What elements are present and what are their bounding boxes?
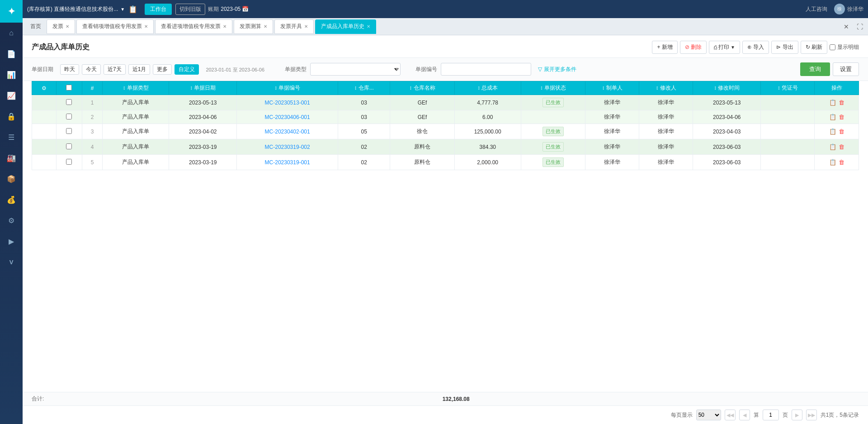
col-warehouse-code[interactable]: ↕ 仓库...: [338, 81, 390, 95]
date-custom-btn[interactable]: 自定义: [175, 64, 199, 75]
col-modifier[interactable]: ↕ 修改人: [639, 81, 693, 95]
delete-icon[interactable]: 🗑: [839, 114, 844, 120]
query-button[interactable]: 查询: [800, 62, 830, 76]
date-yesterday-btn[interactable]: 昨天: [60, 64, 79, 75]
row-checkbox[interactable]: [56, 124, 82, 139]
close-all-button[interactable]: ✕: [841, 22, 852, 32]
row-settings-icon[interactable]: [32, 139, 57, 155]
page-prev-btn[interactable]: ◀: [739, 410, 750, 420]
row-settings-icon[interactable]: [32, 124, 57, 139]
delete-icon[interactable]: 🗑: [839, 128, 844, 135]
col-settings[interactable]: ⚙: [32, 81, 57, 95]
status-badge: 已生效: [542, 98, 564, 107]
page-first-btn[interactable]: ◀◀: [725, 410, 736, 420]
sidebar-item-product[interactable]: 📦: [0, 168, 23, 189]
tab-input-vat-close[interactable]: ✕: [223, 24, 226, 29]
tab-invoice[interactable]: 发票 ✕: [47, 19, 75, 34]
row-number[interactable]: MC-20230402-001: [237, 124, 338, 139]
row-checkbox[interactable]: [56, 110, 82, 124]
edit-icon[interactable]: 📋: [829, 114, 836, 120]
fullscreen-button[interactable]: ⛶: [854, 22, 866, 32]
delete-icon[interactable]: 🗑: [839, 159, 844, 166]
row-checkbox[interactable]: [56, 139, 82, 155]
export-button[interactable]: ⊳ 导出: [771, 41, 798, 54]
tab-invoice-issue-close[interactable]: ✕: [304, 24, 308, 29]
tab-home[interactable]: 首页: [25, 19, 47, 34]
new-button[interactable]: + 新增: [652, 41, 677, 54]
col-number[interactable]: ↕ 单据编号: [237, 81, 338, 95]
tab-sales-vat[interactable]: 查看销项增值税专用发票 ✕: [76, 19, 154, 34]
show-detail-checkbox[interactable]: [830, 44, 835, 50]
row-number[interactable]: MC-20230319-002: [237, 139, 338, 155]
sidebar-item-home[interactable]: ⌂: [0, 23, 23, 43]
edit-icon[interactable]: 📋: [829, 143, 836, 150]
tab-invoice-issue[interactable]: 发票开具 ✕: [274, 19, 314, 34]
col-modify-time[interactable]: ↕ 修改时间: [693, 81, 761, 95]
date-more-btn[interactable]: 更多: [153, 64, 172, 75]
row-checkbox[interactable]: [56, 95, 82, 110]
date-1month-btn[interactable]: 近1月: [128, 64, 151, 75]
delete-button[interactable]: ⊘ 删除: [680, 41, 707, 54]
old-version-button[interactable]: 切到旧版: [175, 4, 205, 15]
username: 徐泽华: [847, 5, 863, 13]
tab-sales-vat-close[interactable]: ✕: [144, 24, 148, 29]
workbench-button[interactable]: 工作台: [145, 4, 172, 15]
sidebar-item-doc[interactable]: 📄: [0, 43, 23, 64]
row-number[interactable]: MC-20230319-001: [237, 155, 338, 170]
import-button[interactable]: ⊕ 导入: [742, 41, 769, 54]
company-selector[interactable]: (库存核算) 直播轻推通信息技术股份... ▼: [27, 5, 125, 13]
tab-product-inbound-close[interactable]: ✕: [367, 24, 370, 29]
tab-invoice-calc[interactable]: 发票测算 ✕: [234, 19, 273, 34]
col-creator[interactable]: ↕ 制单人: [585, 81, 639, 95]
tab-product-inbound[interactable]: 产成品入库单历史 ✕: [315, 19, 376, 34]
content-area: 产成品入库单历史 + 新增 ⊘ 删除 ⎙ 打印 ▼ ⊕ 导入 ⊳ 导出 ↻ 刷新…: [23, 35, 868, 424]
table-row: 1 产品入库单 2023-05-13 MC-20230513-001 03 GE…: [32, 95, 859, 110]
sidebar-item-finance[interactable]: 💰: [0, 189, 23, 210]
sidebar-item-analysis[interactable]: 📈: [0, 85, 23, 106]
user-info[interactable]: 徐 徐泽华: [834, 4, 863, 14]
delete-icon[interactable]: 🗑: [839, 143, 844, 150]
sidebar-item-video[interactable]: ▶: [0, 231, 23, 252]
sidebar-item-chart[interactable]: 📊: [0, 64, 23, 85]
row-number[interactable]: MC-20230406-001: [237, 110, 338, 124]
per-page-select[interactable]: 10 20 50 100: [696, 410, 721, 420]
sidebar-item-version[interactable]: V: [0, 252, 23, 272]
sidebar-item-manage[interactable]: ☰: [0, 127, 23, 148]
edit-icon[interactable]: 📋: [829, 159, 836, 166]
date-7days-btn[interactable]: 近7天: [104, 64, 126, 75]
number-filter-input[interactable]: [441, 63, 531, 76]
type-filter-select[interactable]: 产品入库单: [310, 63, 401, 76]
col-total-cost[interactable]: ↕ 总成本: [454, 81, 521, 95]
tab-invoice-calc-close[interactable]: ✕: [264, 24, 267, 29]
row-number[interactable]: MC-20230513-001: [237, 95, 338, 110]
sidebar-item-lock[interactable]: 🔒: [0, 106, 23, 127]
set-button[interactable]: 设置: [833, 62, 859, 76]
page-current-input[interactable]: [763, 410, 779, 420]
check-all[interactable]: [66, 85, 72, 91]
col-type[interactable]: ↕ 单据类型: [103, 81, 169, 95]
date-today-btn[interactable]: 今天: [82, 64, 101, 75]
expand-filter-btn[interactable]: ▽ 展开更多条件: [538, 66, 576, 73]
calendar-icon[interactable]: 📅: [242, 6, 249, 12]
row-settings-icon[interactable]: [32, 110, 57, 124]
refresh-button[interactable]: ↻ 刷新: [801, 41, 827, 54]
tab-input-vat[interactable]: 查看进项增值税专用发票 ✕: [155, 19, 232, 34]
support-label[interactable]: 人工咨询: [806, 5, 827, 13]
col-voucher[interactable]: ↕ 凭证号: [761, 81, 815, 95]
sidebar-item-settings[interactable]: ⚙: [0, 210, 23, 231]
row-checkbox[interactable]: [56, 155, 82, 170]
sidebar-item-warehouse[interactable]: 🏭: [0, 148, 23, 168]
tab-invoice-close[interactable]: ✕: [66, 24, 69, 29]
col-status[interactable]: ↕ 单据状态: [521, 81, 585, 95]
print-button[interactable]: ⎙ 打印 ▼: [709, 41, 740, 54]
edit-icon[interactable]: 📋: [829, 99, 836, 106]
delete-icon[interactable]: 🗑: [839, 99, 844, 106]
page-next-btn[interactable]: ▶: [792, 410, 802, 420]
col-date[interactable]: ↕ 单据日期: [169, 81, 237, 95]
col-warehouse-name[interactable]: ↕ 仓库名称: [390, 81, 454, 95]
row-settings-icon[interactable]: [32, 155, 57, 170]
col-check[interactable]: [56, 81, 82, 95]
edit-icon[interactable]: 📋: [829, 128, 836, 135]
row-settings-icon[interactable]: [32, 95, 57, 110]
page-last-btn[interactable]: ▶▶: [806, 410, 817, 420]
